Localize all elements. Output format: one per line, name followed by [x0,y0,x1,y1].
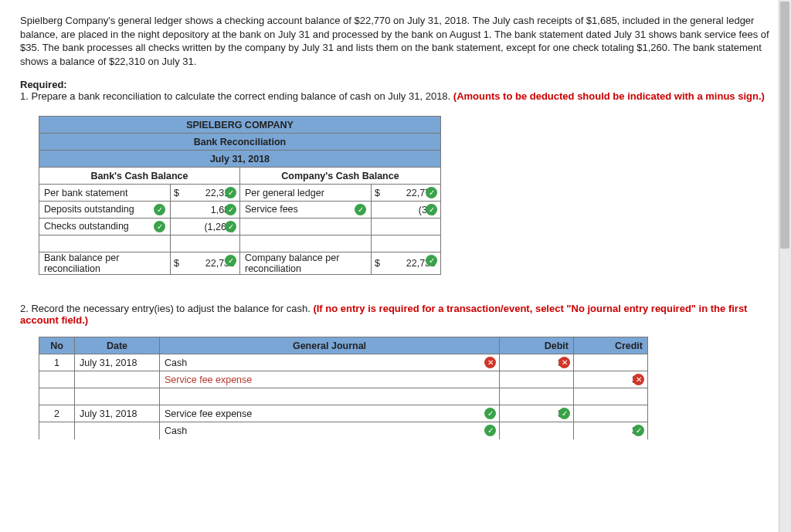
entry-no: 1 [39,354,75,371]
req1-num: 1. [20,90,31,102]
requirement-1: 1. Prepare a bank reconciliation to calc… [20,90,771,102]
company-balance-per-recon-amount: $22,735 ✓ [372,252,441,275]
check-icon: ✓ [355,204,366,215]
company-balance-header: Company's Cash Balance [240,168,441,185]
req2-num: 2. [20,303,31,314]
check-icon: ✓ [484,425,496,436]
requirement-2: 2. Record the necessary entry(ies) to ad… [20,303,771,326]
recon-company: SPIELBERG COMPANY [39,117,441,134]
service-label[interactable]: Service fees ✓ [240,202,372,219]
debit-cell[interactable]: 35 ✕ [500,354,574,371]
check-icon: ✓ [154,221,165,232]
per-ledger-label[interactable]: Per general ledger [240,185,372,202]
journal-row: 1 July 31, 2018 Cash ✕ 35 ✕ [39,354,648,371]
problem-text: Spielberg Company's general ledger shows… [20,14,771,68]
debit-cell[interactable] [500,371,574,388]
per-bank-label[interactable]: Per bank statement [39,185,171,202]
req1-text: Prepare a bank reconciliation to calcula… [31,90,453,102]
recon-title: Bank Reconciliation [39,134,441,151]
check-icon: ✓ [484,408,496,419]
reconciliation-table: SPIELBERG COMPANY Bank Reconciliation Ju… [39,116,441,275]
entry-date[interactable]: July 31, 2018 [75,405,160,422]
journal-table: No Date General Journal Debit Credit 1 J… [39,337,648,439]
scrollbar-track[interactable] [779,0,791,532]
credit-cell[interactable] [574,405,648,422]
bank-balance-per-recon-amount: $22,735 ✓ [171,252,240,275]
service-amount[interactable]: (35) ✓ [372,202,441,219]
cross-icon: ✕ [484,357,496,368]
col-no-header: No [39,337,75,354]
account-cell[interactable]: Service fee expense ✓ [160,405,500,422]
req1-red: (Amounts to be deducted should be indica… [453,90,765,102]
bank-balance-header: Bank's Cash Balance [39,168,240,185]
account-cell[interactable]: Cash ✕ [160,354,500,371]
journal-row: Service fee expense 35 ✕ [39,371,648,388]
entry-no: 2 [39,405,75,422]
bank-balance-per-recon-label: Bank balance per reconciliation [39,252,171,275]
entry-date[interactable]: July 31, 2018 [75,354,160,371]
checks-label[interactable]: Checks outstanding ✓ [39,219,171,236]
per-bank-amount[interactable]: $22,310 ✓ [171,185,240,202]
debit-cell[interactable] [500,422,574,439]
col-credit-header: Credit [574,337,648,354]
journal-row [39,388,648,405]
per-ledger-amount[interactable]: $22,770 ✓ [372,185,441,202]
required-label: Required: [20,79,771,90]
col-date-header: Date [75,337,160,354]
deposits-amount[interactable]: 1,685 ✓ [171,202,240,219]
check-icon: ✓ [154,204,165,215]
col-general-header: General Journal [160,337,500,354]
account-cell[interactable]: Cash ✓ [160,422,500,439]
deposits-label[interactable]: Deposits outstanding ✓ [39,202,171,219]
debit-cell[interactable]: 35 ✓ [500,405,574,422]
col-debit-header: Debit [500,337,574,354]
recon-date: July 31, 2018 [39,151,441,168]
company-blank-row[interactable] [240,219,372,236]
credit-cell[interactable] [574,354,648,371]
checks-amount[interactable]: (1,260) ✓ [171,219,240,236]
company-balance-per-recon-label: Company balance per reconciliation [240,252,372,275]
req2-text: Record the necessary entry(ies) to adjus… [31,303,313,314]
account-cell[interactable]: Service fee expense [160,371,500,388]
scrollbar-thumb[interactable] [780,2,789,249]
journal-row: 2 July 31, 2018 Service fee expense ✓ 35… [39,405,648,422]
credit-cell[interactable]: 35 ✕ [574,371,648,388]
required-block: Required: 1. Prepare a bank reconciliati… [20,79,771,102]
company-blank-amount[interactable] [372,219,441,236]
credit-cell[interactable]: 35 ✓ [574,422,648,439]
journal-row: Cash ✓ 35 ✓ [39,422,648,439]
